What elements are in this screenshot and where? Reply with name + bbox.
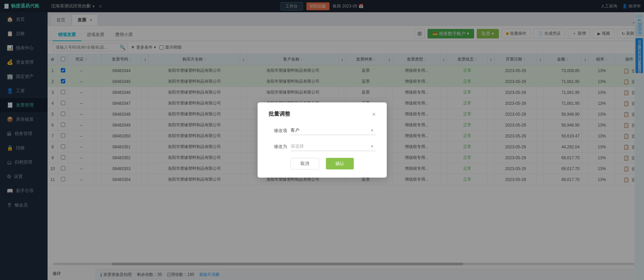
modal-overlay: 批量调整 × 修改项 客户 ▾ 修改为 请选择 ▾ 取消 确认 — [0, 0, 644, 280]
modal-value-row: 修改为 请选择 ▾ — [268, 142, 376, 151]
modal-close-button[interactable]: × — [372, 111, 376, 117]
modal-confirm-button[interactable]: 确认 — [326, 158, 354, 169]
modal-field-select[interactable]: 客户 ▾ — [291, 126, 376, 135]
modal-value-label: 修改为 — [268, 144, 287, 150]
modal-field-chevron-icon: ▾ — [371, 128, 373, 133]
modal-value-chevron-icon: ▾ — [371, 144, 373, 149]
batch-adjust-modal: 批量调整 × 修改项 客户 ▾ 修改为 请选择 ▾ 取消 确认 — [258, 102, 387, 178]
modal-footer: 取消 确认 — [268, 158, 376, 169]
modal-value-select[interactable]: 请选择 ▾ — [291, 142, 376, 151]
modal-title: 批量调整 — [268, 111, 290, 118]
modal-field-value: 客户 — [291, 127, 371, 133]
modal-field-label: 修改项 — [268, 128, 287, 134]
modal-cancel-button[interactable]: 取消 — [291, 158, 319, 169]
modal-field-row: 修改项 客户 ▾ — [268, 126, 376, 135]
modal-header: 批量调整 × — [268, 111, 376, 118]
modal-value-placeholder: 请选择 — [291, 143, 371, 149]
